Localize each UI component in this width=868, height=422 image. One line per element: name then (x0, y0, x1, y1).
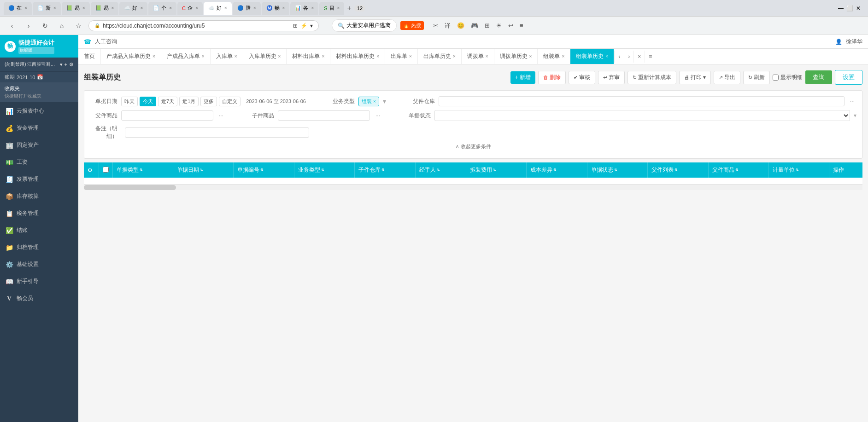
tab-product-in[interactable]: 产成品入库单 × (161, 49, 211, 64)
forward-button[interactable]: › (22, 19, 35, 32)
minimize-button[interactable]: — (838, 5, 844, 12)
undo-icon[interactable]: ↩ (506, 21, 515, 30)
collapse-bar[interactable]: ∧ 收起更多条件 (90, 140, 856, 153)
col-unit[interactable]: 计量单位⇅ (769, 162, 829, 178)
order-status-select[interactable]: 已审核 未审核 (434, 110, 850, 121)
1month-btn[interactable]: 近1月 (179, 97, 199, 106)
show-detail-checkbox[interactable] (773, 75, 779, 81)
search-box[interactable]: 🔍 大量安卓用户逃离 (332, 19, 397, 32)
tab-close-icon[interactable]: × (453, 54, 456, 59)
reload-button[interactable]: ↻ (39, 19, 52, 32)
settings-button[interactable]: 设置 (835, 70, 862, 85)
tab-in-history[interactable]: 入库单历史 × (243, 49, 287, 64)
tab-transfer[interactable]: 调拨单 × (462, 49, 494, 64)
child-goods-input[interactable] (278, 110, 370, 121)
col-handler[interactable]: 经手人⇅ (415, 162, 466, 178)
lightning-icon[interactable]: ⚡ (300, 23, 307, 29)
col-disassembly-fee[interactable]: 拆装费用⇅ (466, 162, 526, 178)
username[interactable]: 徐泽华 (846, 38, 862, 46)
tab-close-icon[interactable]: × (376, 54, 379, 59)
tab-next-button[interactable]: › (624, 51, 633, 63)
tab-close-icon[interactable]: × (322, 54, 324, 59)
sidebar-item-guide[interactable]: 📖 新手引导 (0, 273, 78, 290)
browser-tab-1[interactable]: 🔵 在 × (4, 2, 32, 15)
browser-tab-3[interactable]: 📗易× (62, 2, 90, 15)
7days-btn[interactable]: 近7天 (158, 97, 177, 106)
today-btn[interactable]: 今天 (140, 97, 156, 106)
sidebar-item-invoice[interactable]: 🧾 发票管理 (0, 171, 78, 188)
parent-warehouse-more[interactable]: ··· (848, 98, 856, 104)
print-button[interactable]: 🖨 打印 ▾ (679, 71, 711, 84)
more-btn[interactable]: 更多 (200, 97, 217, 106)
col-order-status[interactable]: 单据状态⇅ (587, 162, 647, 178)
close-button[interactable]: ✕ (856, 5, 861, 12)
col-parent-list[interactable]: 父件列表⇅ (648, 162, 708, 178)
browser-tab-8[interactable]: ☁️好× (204, 2, 232, 15)
col-parent-goods[interactable]: 父件商品⇅ (708, 162, 768, 178)
tab-assembly[interactable]: 组装单 × (538, 49, 570, 64)
tab-in-order[interactable]: 入库单 × (211, 49, 243, 64)
game-icon[interactable]: 🎮 (469, 21, 480, 30)
business-type-tag-close[interactable]: × (373, 99, 376, 104)
show-detail-checkbox-area[interactable]: 显示明细 (773, 74, 803, 81)
period-selector[interactable]: 账期 2021-10 📅 (0, 72, 78, 82)
abandon-button[interactable]: ↩ 弃审 (598, 71, 625, 84)
service-icon[interactable]: ☎ (84, 38, 91, 45)
sidebar-item-tax[interactable]: 📋 税务管理 (0, 205, 78, 222)
tab-out-history[interactable]: 出库单历史 × (418, 49, 462, 64)
custom-btn[interactable]: 自定义 (219, 97, 240, 106)
customer-service[interactable]: 人工咨询 (95, 38, 117, 46)
sidebar-item-assets[interactable]: 🏢 固定资产 (0, 137, 78, 154)
add-button[interactable]: + 新增 (510, 71, 535, 84)
business-type-dropdown[interactable]: ▾ (383, 98, 386, 105)
col-child-warehouse[interactable]: 子件仓库⇅ (355, 162, 415, 178)
tab-close-icon[interactable]: × (486, 54, 488, 59)
sidebar-item-reports[interactable]: 📊 云报表中心 (0, 103, 78, 120)
company-selector[interactable]: (勿删禁用) 江西服宝测试专用 ▾ + ⚙ (0, 58, 78, 72)
browser-tab-12[interactable]: S目× (319, 2, 344, 15)
tab-close-icon[interactable]: × (562, 54, 564, 59)
grid-icon[interactable]: ⊞ (483, 21, 492, 30)
tab-close-all-button[interactable]: × (633, 51, 645, 63)
chevron-down-icon[interactable]: ▾ (310, 23, 313, 29)
settings-icon[interactable]: ⚙ (69, 62, 74, 68)
browser-tab-9[interactable]: 🔵腾× (233, 2, 261, 15)
apps-icon[interactable]: ⊞ (293, 23, 298, 29)
tab-assembly-history[interactable]: 组装单历史 × (570, 49, 614, 64)
browser-tab-4[interactable]: 📗易× (91, 2, 119, 15)
maximize-button[interactable]: ⬜ (846, 5, 853, 12)
browser-tab-10[interactable]: Ⓜ️畅× (262, 2, 290, 15)
bookmark-button[interactable]: ☆ (72, 19, 85, 32)
parent-goods-more[interactable]: ··· (217, 112, 225, 119)
tab-material-out[interactable]: 材料出库单 × (287, 49, 330, 64)
browser-tab-7[interactable]: C企× (177, 2, 203, 15)
tab-transfer-history[interactable]: 调拨单历史 × (494, 49, 538, 64)
delete-button[interactable]: 🗑 删除 (538, 71, 566, 84)
sidebar-item-funds[interactable]: 💰 资金管理 (0, 120, 78, 137)
browser-tab-11[interactable]: 📊各× (290, 2, 318, 15)
emoji-icon[interactable]: 😊 (455, 21, 466, 30)
audit-button[interactable]: ✔ 审核 (569, 71, 595, 84)
sidebar-item-archive[interactable]: 📁 归档管理 (0, 239, 78, 256)
col-order-no[interactable]: 单据编号⇅ (234, 162, 294, 178)
col-checkbox[interactable] (99, 162, 112, 178)
col-order-date[interactable]: 单据日期⇅ (173, 162, 233, 178)
sidebar-item-salary[interactable]: 💵 工资 (0, 154, 78, 171)
add-company-icon[interactable]: + (65, 62, 67, 67)
yesterday-btn[interactable]: 昨天 (121, 97, 138, 106)
export-button[interactable]: ↗ 导出 (714, 71, 740, 84)
tab-close-icon[interactable]: × (202, 54, 205, 59)
tab-close-icon[interactable]: × (152, 54, 155, 59)
sidebar-item-inventory[interactable]: 📦 库存核算 (0, 188, 78, 205)
parent-goods-input[interactable] (121, 110, 213, 121)
print-dropdown-icon[interactable]: ▾ (703, 74, 706, 81)
tab-close-icon[interactable]: × (278, 54, 281, 59)
scissors-icon[interactable]: ✂ (431, 21, 440, 30)
browser-tab-5[interactable]: ☁️好× (119, 2, 147, 15)
select-all-checkbox[interactable] (103, 167, 109, 173)
col-cost-diff[interactable]: 成本差异⇅ (527, 162, 587, 178)
tab-prev-button[interactable]: ‹ (614, 51, 624, 63)
refresh-button[interactable]: ↻ 刷新 (743, 71, 770, 84)
new-tab-button[interactable]: + (345, 4, 353, 12)
col-settings[interactable]: ⚙ (84, 162, 99, 178)
